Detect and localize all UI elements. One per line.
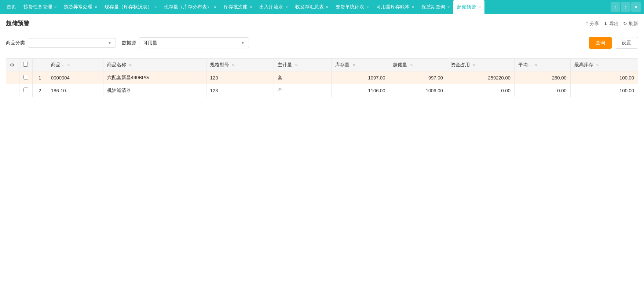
th-product-name[interactable]: 商品名称 ⇅ — [103, 59, 206, 71]
row-max-inventory: 100.00 — [570, 71, 638, 84]
th-gear[interactable]: ⚙ — [6, 59, 19, 71]
filter-area: 商品分类 ▼ 数据源 可用量 ▼ 查询 设置 — [6, 33, 638, 52]
row-main-unit: 套 — [274, 71, 332, 84]
row-average: 260.00 — [514, 71, 570, 84]
data-source-select[interactable]: 可用量 ▼ — [139, 37, 249, 48]
row-number: 2 — [33, 84, 47, 97]
row-over-storage: 1006.00 — [389, 84, 447, 97]
row-inventory: 1106.00 — [332, 84, 389, 97]
product-category-filter: 商品分类 ▼ — [6, 38, 116, 48]
query-button[interactable]: 查询 — [589, 37, 612, 49]
chevron-down-icon: ▼ — [241, 40, 245, 45]
sort-icon: ⇅ — [67, 63, 70, 67]
sort-icon: ⇅ — [472, 63, 475, 67]
nav-item-in-out-flow[interactable]: 出入库流水 × — [256, 0, 291, 14]
row-checkbox-cell[interactable] — [19, 84, 33, 97]
row-over-storage: 997.00 — [389, 71, 447, 84]
sort-icon: ⇅ — [534, 63, 537, 67]
row-gear-cell — [6, 84, 19, 97]
row-capital-usage: 0.00 — [447, 84, 514, 97]
row-max-inventory: 100.00 — [570, 84, 638, 97]
nav-right-arrow[interactable]: › — [621, 2, 630, 12]
row-main-unit: 个 — [274, 84, 332, 97]
data-source-label: 数据源 — [122, 40, 136, 46]
th-spec-model[interactable]: 规格型号 ⇅ — [206, 59, 274, 71]
nav-item-inventory-distribution[interactable]: 现存量（库存分布表） × — [160, 0, 220, 14]
row-spec-model: 123 — [206, 84, 274, 97]
refresh-button[interactable]: ↻ 刷新 — [623, 21, 638, 27]
nav-item-batch-account[interactable]: 库存批次账 × — [220, 0, 256, 14]
th-row-num — [33, 59, 47, 71]
th-main-unit[interactable]: 主计量 ⇅ — [274, 59, 332, 71]
nav-item-home[interactable]: 首页 — [3, 0, 20, 14]
row-spec-model: 123 — [206, 71, 274, 84]
nav-close-arrow[interactable]: × — [631, 2, 641, 12]
export-button[interactable]: ⬇ 导出 — [604, 21, 619, 27]
sort-icon: ⇅ — [410, 63, 413, 67]
table-header: ⚙ 商品... ⇅ 商品名称 ⇅ 规格型号 ⇅ — [6, 59, 638, 71]
page-title: 超储预警 — [6, 20, 29, 27]
nav-item-expiry-check[interactable]: 保质期查询 × — [418, 0, 453, 14]
nav-item-inventory-status[interactable]: 现存量（库存状况表） × — [101, 0, 160, 14]
nav-item-task-mgmt[interactable]: 拣货任务管理 × — [20, 0, 60, 14]
close-icon[interactable]: × — [214, 5, 216, 9]
gear-icon[interactable]: ⚙ — [10, 62, 14, 68]
row-checkbox-cell[interactable] — [19, 71, 33, 84]
page-content: 超储预警 ⤴ 分享 ⬇ 导出 ↻ 刷新 商品分类 ▼ 数据源 — [0, 14, 644, 293]
close-icon[interactable]: × — [366, 5, 369, 9]
row-average: 0.00 — [514, 84, 570, 97]
row-checkbox[interactable] — [23, 88, 28, 92]
sort-icon: ⇅ — [129, 63, 132, 67]
close-icon[interactable]: × — [326, 5, 328, 9]
row-inventory: 1097.00 — [332, 71, 389, 84]
th-product-code[interactable]: 商品... ⇅ — [47, 59, 103, 71]
product-category-select[interactable]: ▼ — [28, 38, 116, 48]
nav-item-exception[interactable]: 拣货异常处理 × — [60, 0, 100, 14]
th-over-storage[interactable]: 超储量 ⇅ — [389, 59, 447, 71]
chevron-down-icon: ▼ — [107, 40, 112, 45]
nav-bar: 首页 拣货任务管理 × 拣货异常处理 × 现存量（库存状况表） × 现存量（库存… — [0, 0, 644, 14]
th-inventory[interactable]: 库存量 ⇅ — [332, 59, 389, 71]
share-icon: ⤴ — [586, 21, 588, 26]
product-category-label: 商品分类 — [6, 40, 25, 46]
page-header: 超储预警 ⤴ 分享 ⬇ 导出 ↻ 刷新 — [6, 20, 638, 27]
sort-icon: ⇅ — [295, 63, 298, 67]
table-row: 2 186-10... 机油滤清器 123 个 1106.00 1006.00 … — [6, 84, 638, 97]
row-checkbox[interactable] — [23, 75, 28, 79]
refresh-icon: ↻ — [623, 21, 627, 26]
nav-item-collect-summary[interactable]: 收发存汇总表 × — [292, 0, 332, 14]
data-table: ⚙ 商品... ⇅ 商品名称 ⇅ 规格型号 ⇅ — [6, 58, 638, 97]
filter-buttons: 查询 设置 — [589, 37, 638, 49]
nav-item-over-storage-warning[interactable]: 超储预警 × — [453, 0, 484, 14]
row-product-code: 0000004 — [47, 71, 103, 84]
close-icon[interactable]: × — [412, 5, 414, 9]
close-icon[interactable]: × — [250, 5, 252, 9]
th-max-inventory[interactable]: 最高库存 ⇅ — [570, 59, 638, 71]
row-capital-usage: 259220.00 — [447, 71, 514, 84]
close-icon[interactable]: × — [154, 5, 157, 9]
data-source-filter: 数据源 可用量 ▼ — [122, 37, 249, 48]
sort-icon: ⇅ — [352, 63, 355, 67]
row-product-code: 186-10... — [47, 84, 103, 97]
close-icon[interactable]: × — [285, 5, 288, 9]
settings-button[interactable]: 设置 — [615, 37, 638, 49]
close-icon[interactable]: × — [54, 5, 56, 9]
table-body: 1 0000004 六配套新昌490BPG 123 套 1097.00 997.… — [6, 71, 638, 97]
select-all-checkbox[interactable] — [23, 62, 28, 67]
data-source-value: 可用量 — [143, 40, 157, 46]
nav-item-order-stats[interactable]: 要货单统计表 × — [332, 0, 372, 14]
close-icon[interactable]: × — [95, 5, 97, 9]
sort-icon: ⇅ — [596, 63, 599, 67]
close-icon[interactable]: × — [447, 5, 450, 9]
share-button[interactable]: ⤴ 分享 — [586, 21, 599, 27]
nav-item-available-inventory[interactable]: 可用量库存账本 × — [373, 0, 418, 14]
th-average[interactable]: 平均... ⇅ — [514, 59, 570, 71]
close-icon[interactable]: × — [478, 5, 480, 9]
row-gear-cell — [6, 71, 19, 84]
header-actions: ⤴ 分享 ⬇ 导出 ↻ 刷新 — [586, 21, 638, 27]
row-number: 1 — [33, 71, 47, 84]
th-capital-usage[interactable]: 资金占用 ⇅ — [447, 59, 514, 71]
export-icon: ⬇ — [604, 21, 608, 26]
row-product-name: 六配套新昌490BPG — [103, 71, 206, 84]
nav-left-arrow[interactable]: ‹ — [611, 2, 620, 12]
